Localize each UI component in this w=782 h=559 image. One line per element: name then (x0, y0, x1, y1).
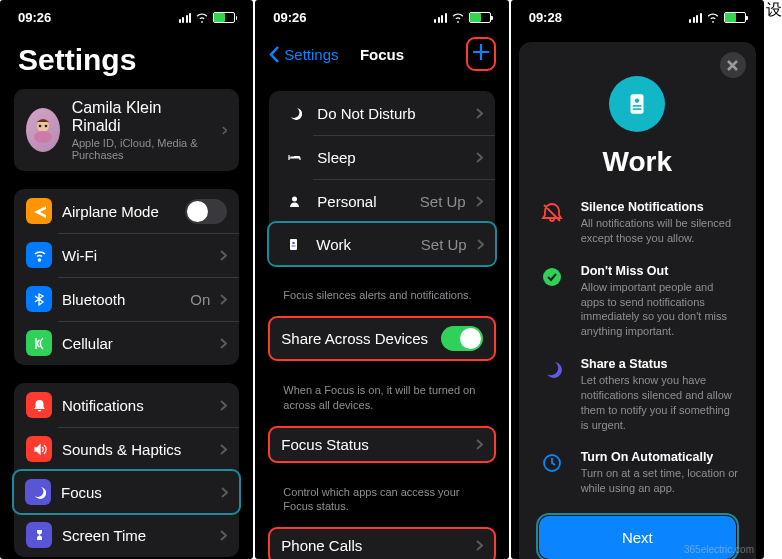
add-button[interactable] (467, 38, 495, 70)
chevron-icon (476, 196, 483, 207)
chevron-icon (220, 444, 227, 455)
svg-rect-19 (631, 94, 644, 114)
back-button[interactable]: Settings (269, 46, 338, 63)
share-row[interactable]: Share Across Devices (269, 317, 494, 360)
focus-status-row[interactable]: Focus Status (269, 427, 494, 462)
settings-row[interactable]: Cellular (14, 321, 239, 365)
feature-item: Silence NotificationsAll notifications w… (537, 200, 738, 246)
svg-point-2 (45, 125, 48, 128)
avatar (26, 108, 60, 152)
svg-point-20 (635, 99, 639, 103)
chevron-icon (220, 294, 227, 305)
close-button[interactable] (720, 52, 746, 78)
svg-rect-22 (633, 108, 642, 110)
svg-rect-18 (291, 245, 295, 246)
time: 09:26 (18, 10, 51, 25)
svg-point-23 (543, 268, 561, 286)
profile-sub: Apple ID, iCloud, Media & Purchases (72, 137, 210, 161)
badge-icon (280, 231, 306, 257)
page-title: Settings (14, 35, 239, 89)
svg-rect-21 (633, 105, 642, 107)
chevron-icon (220, 338, 227, 349)
hour-icon (26, 522, 52, 548)
cell-icon (26, 330, 52, 356)
settings-main-screen: 09:26 Settings Camila Klein RinaldiApple… (0, 0, 253, 559)
feature-item: Turn On AutomaticallyTurn on at a set ti… (537, 450, 738, 496)
svg-point-15 (292, 196, 297, 201)
chevron-icon (477, 239, 484, 250)
settings-row[interactable]: PersonalSet Up (269, 179, 494, 223)
person-icon (281, 188, 307, 214)
svg-point-4 (38, 258, 40, 260)
profile-name: Camila Klein Rinaldi (72, 99, 210, 135)
work-icon (609, 76, 665, 132)
sound-icon (26, 436, 52, 462)
bed-icon (281, 144, 307, 170)
settings-row[interactable]: Sleep (269, 135, 494, 179)
moon-icon (25, 479, 51, 505)
settings-row[interactable]: BluetoothOn (14, 277, 239, 321)
feature-item: Don't Miss OutAllow important people and… (537, 264, 738, 339)
settings-row[interactable]: Notifications (14, 383, 239, 427)
work-focus-setup: 09:28 Work Silence NotificationsAll noti… (511, 0, 764, 559)
svg-rect-16 (290, 239, 297, 250)
settings-row[interactable]: Sounds & Haptics (14, 427, 239, 471)
profile-card[interactable]: Camila Klein RinaldiApple ID, iCloud, Me… (14, 89, 239, 171)
statusbar: 09:26 (0, 0, 253, 35)
chevron-icon (220, 530, 227, 541)
svg-point-3 (34, 131, 52, 143)
wifi-icon (26, 242, 52, 268)
settings-row[interactable]: Do Not Disturb (269, 91, 494, 135)
bt-icon (26, 286, 52, 312)
footer-text: Focus silences alerts and notifications. (269, 283, 494, 317)
statusbar: 09:26 (255, 0, 508, 35)
phone-calls-row[interactable]: Phone Calls (269, 528, 494, 559)
modal-title: Work (537, 146, 738, 178)
focus-settings-screen: 09:26 Settings Focus Do Not DisturbSleep… (255, 0, 508, 559)
bell-icon (26, 392, 52, 418)
chevron-icon (476, 108, 483, 119)
feature-item: Share a StatusLet others know you have n… (537, 357, 738, 432)
watermark: 365electric.com (684, 544, 754, 555)
share-toggle[interactable] (441, 326, 483, 351)
svg-point-17 (292, 241, 295, 244)
chevron-icon (222, 125, 227, 136)
svg-point-1 (39, 125, 42, 128)
chevron-icon (476, 152, 483, 163)
statusbar: 09:28 (511, 0, 764, 35)
time: 09:26 (273, 10, 306, 25)
settings-row[interactable]: Airplane Mode (14, 189, 239, 233)
chevron-icon (220, 400, 227, 411)
toggle[interactable] (185, 199, 227, 224)
moon-icon (281, 100, 307, 126)
settings-row[interactable]: WorkSet Up (268, 222, 495, 266)
settings-row[interactable]: Wi-Fi (14, 233, 239, 277)
settings-row[interactable]: Focus (13, 470, 240, 514)
chevron-icon (220, 250, 227, 261)
settings-row[interactable]: Screen Time (14, 513, 239, 557)
time: 09:28 (529, 10, 562, 25)
navbar: Settings Focus (255, 35, 508, 73)
airplane-icon (26, 198, 52, 224)
chevron-icon (221, 487, 228, 498)
setup-modal: Work Silence NotificationsAll notificati… (519, 42, 756, 559)
